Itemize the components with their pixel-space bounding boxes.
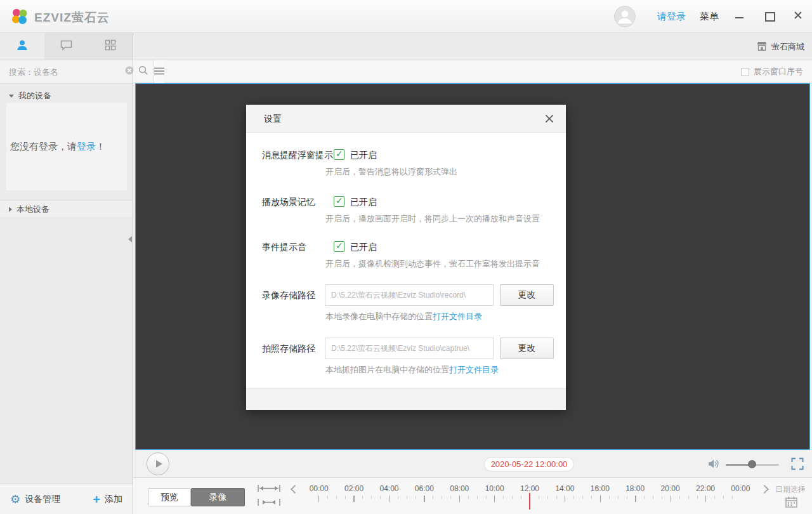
volume-handle[interactable] [748,460,756,468]
time-label: 06:00 [407,484,442,493]
tab-messages[interactable] [44,33,89,60]
timeline-zoom-out-icon[interactable] [258,484,280,495]
time-label: 00:00 [723,484,758,493]
toggle-checkbox-checked[interactable] [334,241,344,252]
plus-icon [93,493,100,506]
toggle-row: 消息提醒浮窗提示 已开启 [246,149,566,162]
capture-path-input[interactable] [325,338,494,359]
calendar-icon[interactable] [785,496,797,510]
search-input[interactable] [9,67,121,77]
time-label: 00:00 [301,484,336,493]
playback-timestamp: 2020-05-22 12:00:00 [484,457,574,471]
record-tab[interactable]: 录像 [191,488,245,506]
time-label: 08:00 [442,484,477,493]
ezviz-flower-icon [10,7,29,29]
change-record-path-button[interactable]: 更改 [500,284,554,306]
time-ruler: 00:00 02:00 04:00 06:00 08:00 10:00 12:0… [301,484,758,493]
date-select-label[interactable]: 日期选择 [775,484,806,495]
sidebar: 我的设备 您没有登录，请登录！ 本地设备 ⚙ 设备管理 添加 [0,33,133,514]
toggle-description: 开启后，播放画面开启时，将同步上一次的播放和声音设置 [325,213,540,225]
toggle-checkbox-checked[interactable] [334,196,344,207]
volume-slider[interactable] [726,459,779,470]
device-search-bar [0,60,133,84]
login-prompt-link[interactable]: 登录 [77,141,96,152]
view-options-strip: 展示窗口序号 [133,60,812,82]
search-icon[interactable] [138,65,148,78]
search-box[interactable] [0,60,154,83]
time-label: 14:00 [547,484,582,493]
toggle-label: 事件提示音 [262,242,306,253]
toggle-row: 播放场景记忆 已开启 [246,196,566,209]
toggle-state: 已开启 [350,197,377,208]
titlebar: EZVIZ萤石云 请登录 菜单 [0,0,812,33]
dialog-title: 设置 [264,114,282,124]
dialog-close-icon[interactable] [544,114,554,124]
device-manage-button[interactable]: ⚙ 设备管理 [10,494,60,505]
ezviz-mall-button[interactable]: 萤石商城 [757,39,804,55]
show-window-number-checkbox[interactable] [741,68,749,76]
avatar[interactable] [614,6,636,27]
time-label: 20:00 [653,484,688,493]
capture-path-description-text: 本地抓拍图片在电脑中存储的位置 [325,365,449,374]
gear-icon: ⚙ [10,494,20,505]
volume-icon[interactable] [708,459,719,471]
device-manage-label: 设备管理 [25,494,60,505]
minimize-icon[interactable] [735,10,745,20]
local-devices-section-header[interactable]: 本地设备 [0,200,133,218]
fullscreen-icon[interactable] [791,458,804,473]
add-device-button[interactable]: 添加 [93,493,122,506]
list-view-toggle[interactable] [154,60,164,83]
capture-path-row: 拍照存储路径 更改 [246,338,566,359]
open-record-dir-link[interactable]: 打开文件目录 [433,312,482,321]
timeline-playhead [529,493,530,510]
record-path-label: 录像存储路径 [262,290,315,301]
toggle-row: 事件提示音 已开启 [246,241,566,254]
capture-path-label: 拍照存储路径 [262,343,315,355]
close-icon[interactable] [793,10,803,20]
timeline-next-icon[interactable] [760,485,769,494]
login-prompt-text: 您没有登录，请登录！ [10,141,105,153]
record-path-description-text: 本地录像在电脑中存储的位置 [325,312,433,321]
tab-grid-view[interactable] [88,33,133,60]
play-button[interactable] [147,452,169,475]
preview-tab[interactable]: 预览 [148,488,191,506]
window-controls [735,9,803,22]
menu-button[interactable]: 菜单 [700,11,719,23]
time-label: 04:00 [372,484,407,493]
toggle-label: 播放场景记忆 [262,197,315,208]
toggle-description: 开启后，摄像机检测到动态事件，萤石工作室将发出提示音 [325,258,540,270]
maximize-icon[interactable] [764,10,774,20]
timeline-zoom-in-icon[interactable] [258,498,280,509]
show-window-number-option[interactable]: 展示窗口序号 [741,66,803,77]
toggle-state: 已开启 [350,242,377,253]
grid-icon [105,39,116,53]
chevron-right-icon [9,207,12,212]
time-label: 10:00 [477,484,512,493]
show-window-number-label: 展示窗口序号 [754,66,803,77]
tab-my-devices[interactable] [0,33,44,60]
record-path-input[interactable] [325,284,494,306]
sidebar-collapse-handle[interactable] [127,230,133,249]
person-icon [16,39,29,54]
login-prompt-suffix: ！ [96,141,105,152]
login-prompt-panel: 您没有登录，请登录！ [6,103,127,190]
toggle-checkbox-checked[interactable] [334,149,344,160]
dialog-header: 设置 [246,105,566,133]
toggle-description: 开启后，警告消息将以浮窗形式弹出 [325,166,457,178]
change-capture-path-button[interactable]: 更改 [500,338,554,359]
timeline-bar: 预览 录像 00:00 02:00 04:00 06:00 08:00 10:0… [133,478,812,514]
open-capture-dir-link[interactable]: 打开文件目录 [449,365,499,374]
ezviz-mall-label: 萤石商城 [771,41,804,53]
add-device-label: 添加 [105,494,122,505]
play-icon [156,460,162,468]
toolbar-strip: 萤石商城 [133,33,812,60]
capture-path-description: 本地抓拍图片在电脑中存储的位置打开文件目录 [325,364,499,376]
my-devices-section-header[interactable]: 我的设备 [9,90,51,102]
chevron-down-icon [9,95,14,98]
hamburger-icon [154,66,164,77]
login-button[interactable]: 请登录 [657,11,686,23]
timeline-prev-icon[interactable] [291,485,299,494]
time-label: 12:00 [512,484,547,493]
my-devices-label: 我的设备 [18,90,51,102]
clear-search-icon[interactable] [125,66,134,77]
